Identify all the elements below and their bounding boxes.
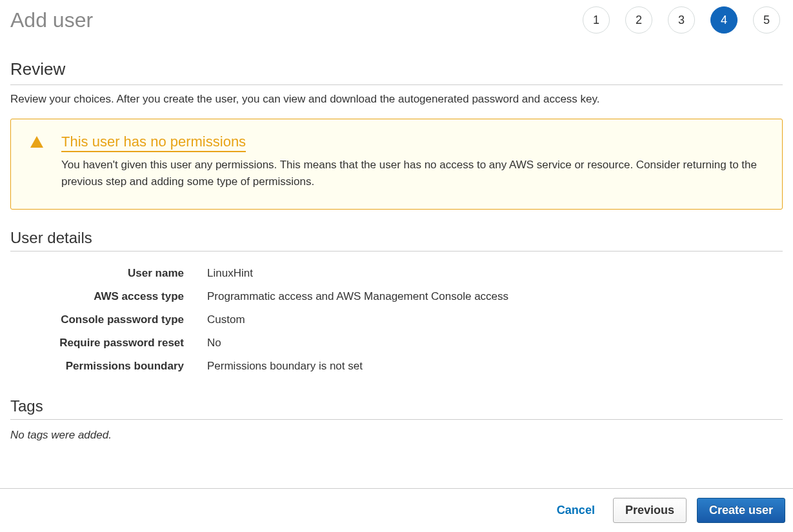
detail-value: Custom bbox=[207, 313, 783, 326]
footer: Cancel Previous Create user bbox=[0, 488, 793, 532]
detail-value: No bbox=[207, 337, 783, 350]
table-row: User name LinuxHint bbox=[10, 262, 783, 285]
table-row: AWS access type Programmatic access and … bbox=[10, 285, 783, 308]
detail-value: LinuxHint bbox=[207, 267, 783, 280]
warning-text: You haven't given this user any permissi… bbox=[61, 157, 764, 190]
detail-value: Permissions boundary is not set bbox=[207, 360, 783, 373]
step-3[interactable]: 3 bbox=[668, 6, 695, 34]
user-details-table: User name LinuxHint AWS access type Prog… bbox=[10, 262, 783, 378]
step-2[interactable]: 2 bbox=[625, 6, 652, 34]
detail-value: Programmatic access and AWS Management C… bbox=[207, 290, 783, 303]
detail-label: AWS access type bbox=[10, 290, 207, 303]
previous-button[interactable]: Previous bbox=[613, 498, 687, 523]
step-1[interactable]: 1 bbox=[583, 6, 610, 34]
tags-heading: Tags bbox=[10, 397, 783, 420]
review-description: Review your choices. After you create th… bbox=[10, 93, 783, 106]
warning-icon bbox=[29, 133, 45, 153]
table-row: Permissions boundary Permissions boundar… bbox=[10, 355, 783, 378]
wizard-steps: 1 2 3 4 5 bbox=[583, 6, 783, 34]
table-row: Require password reset No bbox=[10, 331, 783, 355]
step-4[interactable]: 4 bbox=[710, 6, 738, 34]
detail-label: Console password type bbox=[10, 313, 207, 326]
step-5[interactable]: 5 bbox=[753, 6, 780, 34]
review-heading: Review bbox=[10, 59, 783, 85]
warning-title-link[interactable]: This user has no permissions bbox=[61, 133, 246, 152]
tags-text: No tags were added. bbox=[10, 429, 783, 442]
detail-label: Require password reset bbox=[10, 337, 207, 350]
page-title: Add user bbox=[10, 8, 93, 32]
detail-label: User name bbox=[10, 267, 207, 280]
table-row: Console password type Custom bbox=[10, 308, 783, 331]
user-details-heading: User details bbox=[10, 229, 783, 251]
create-user-button[interactable]: Create user bbox=[697, 498, 785, 523]
detail-label: Permissions boundary bbox=[10, 360, 207, 373]
warning-box: This user has no permissions You haven't… bbox=[10, 119, 783, 210]
cancel-button[interactable]: Cancel bbox=[549, 498, 603, 522]
